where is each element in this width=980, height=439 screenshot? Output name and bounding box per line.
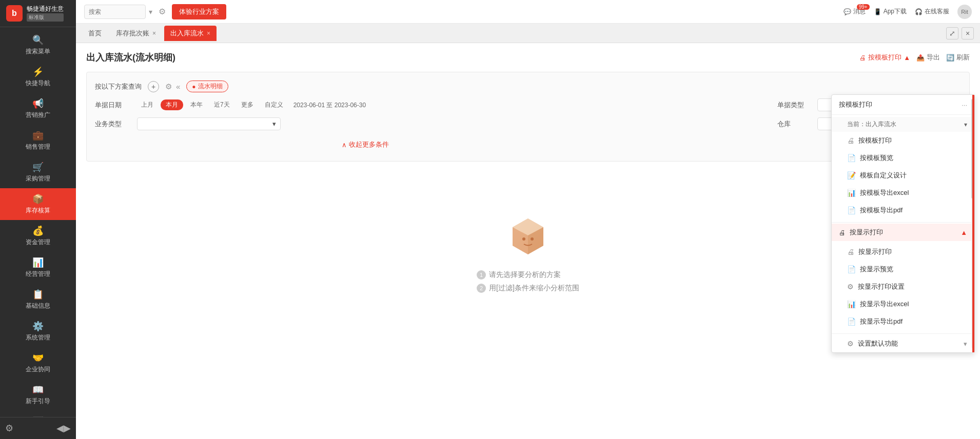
display-export-excel-icon: 📊 (847, 300, 856, 308)
dropdown-item-template-export-pdf[interactable]: 📄 按模板导出pdf (832, 202, 974, 219)
display-preview-icon: 📄 (847, 265, 856, 273)
online-support-btn[interactable]: 🎧 在线客服 (915, 7, 949, 16)
topbar-search-area: ▾ (84, 5, 152, 19)
sidebar-item-label: 采购管理 (26, 174, 50, 183)
tab-home[interactable]: 首页 (82, 26, 108, 41)
date-shortcut-this-month[interactable]: 本月 (161, 99, 183, 110)
beginner-icon: 📖 (32, 384, 44, 395)
industry-btn[interactable]: 体验行业方案 (172, 4, 226, 19)
purchase-icon: 🛒 (32, 162, 44, 173)
dropdown-item-template-print[interactable]: 🖨 按模板打印 (832, 132, 974, 149)
date-shortcut-last-7days[interactable]: 近7天 (210, 99, 234, 110)
print-dropdown-arrow: ▲ (904, 54, 910, 62)
dropdown-item-display-print-settings[interactable]: ⚙ 按显示打印设置 (832, 278, 974, 295)
default-function-icon: ⚙ (847, 340, 854, 348)
date-shortcut-custom[interactable]: 自定义 (261, 99, 287, 110)
sidebar-item-purchase[interactable]: 🛒 采购管理 (0, 156, 76, 188)
tabs-right-controls: ⤢ × (946, 27, 974, 39)
dropdown-item-template-preview[interactable]: 📄 按模板预览 (832, 149, 974, 167)
tip-text-2: 用[过滤]条件来缩小分析范围 (489, 284, 579, 293)
sidebar-item-finance[interactable]: 💰 资金管理 (0, 220, 76, 252)
sidebar-nav: 🔍 搜索菜单 ⚡ 快捷导航 📢 营销推广 💼 销售管理 🛒 采购管理 📦 库存核… (0, 27, 76, 417)
dropdown-item-display-preview[interactable]: 📄 按显示预览 (832, 261, 974, 278)
sidebar-item-app-center[interactable]: 🔲 应用中心 (0, 411, 76, 417)
tip-num-1: 1 (477, 270, 486, 280)
app-download-btn[interactable]: 📱 App下载 (874, 7, 907, 16)
collapse-sidebar-icon[interactable]: ◀▶ (56, 423, 71, 434)
user-avatar[interactable]: Rit (957, 5, 972, 19)
print-dropdown: 按模板打印 ··· 当前：出入库流水 ▾ 🖨 按模板打印 📄 按模板预览 (831, 94, 975, 353)
tab-batch-account[interactable]: 库存批次账 × (110, 26, 162, 41)
tab-inout-flow-close[interactable]: × (207, 30, 210, 37)
date-shortcuts: 上月 本月 本年 近7天 更多 自定义 (137, 99, 287, 110)
dropdown-item-display-export-pdf[interactable]: 📄 按显示导出pdf (832, 313, 974, 330)
print-template-btn[interactable]: 🖨 按模板打印 ▲ (859, 53, 910, 62)
filter-add-btn[interactable]: + (148, 81, 159, 92)
sidebar-item-inventory[interactable]: 📦 库存核算 (0, 188, 76, 220)
search-input[interactable] (84, 5, 146, 19)
collapse-btn[interactable]: ∧ 收起更多条件 (342, 140, 389, 149)
dropdown-item-display-print[interactable]: 🖨 按显示打印 (832, 243, 974, 261)
date-shortcut-last-month[interactable]: 上月 (137, 99, 158, 110)
filter-settings-icon[interactable]: ⚙ (165, 82, 172, 91)
sidebar: b 畅捷通好生意 标准版 🔍 搜索菜单 ⚡ 快捷导航 📢 营销推广 💼 销售管理… (0, 0, 76, 439)
topbar-gear-icon[interactable]: ⚙ (159, 7, 166, 16)
marketing-icon: 📢 (32, 98, 44, 109)
sidebar-item-beginner[interactable]: 📖 新手引导 (0, 379, 76, 411)
tab-inout-flow-label: 出入库流水 (170, 29, 204, 38)
settings-icon[interactable]: ⚙ (5, 423, 13, 434)
sidebar-item-enterprise-coop[interactable]: 🤝 企业协同 (0, 347, 76, 379)
message-btn[interactable]: 💬 消息 99+ (844, 7, 866, 16)
export-btn[interactable]: 📤 导出 (916, 53, 940, 62)
topbar-dropdown-arrow[interactable]: ▾ (149, 8, 152, 16)
current-dropdown-arrow[interactable]: ▾ (964, 121, 967, 128)
ops-icon: 📊 (32, 257, 44, 268)
sidebar-item-label: 搜索菜单 (26, 47, 50, 56)
sidebar-item-search-menu[interactable]: 🔍 搜索菜单 (0, 29, 76, 61)
quick-nav-icon: ⚡ (32, 66, 44, 77)
svg-point-5 (531, 237, 534, 241)
printer-icon: 🖨 (859, 54, 866, 62)
svg-point-4 (522, 237, 525, 241)
message-badge: 99+ (857, 4, 870, 10)
dropdown-item-template-custom[interactable]: 📝 模板自定义设计 (832, 167, 974, 184)
sidebar-item-quick-nav[interactable]: ⚡ 快捷导航 (0, 61, 76, 93)
dropdown-more-icon[interactable]: ··· (962, 101, 967, 109)
sidebar-item-label: 企业协同 (26, 365, 50, 374)
maximize-tab-btn[interactable]: ⤢ (946, 27, 958, 39)
display-section-header[interactable]: 🖨 按显示打印 ▲ (832, 224, 974, 241)
dropdown-item-default-function[interactable]: ⚙ 设置默认功能 ▾ (832, 335, 974, 352)
filter-tag-active[interactable]: ● 流水明细 (186, 81, 228, 92)
filter-collapse-icon[interactable]: « (176, 82, 180, 91)
export-label: 导出 (927, 53, 940, 62)
date-shortcut-more[interactable]: 更多 (237, 99, 258, 110)
date-range: 2023-06-01 至 2023-06-30 (293, 101, 366, 110)
dropdown-item-display-export-excel[interactable]: 📊 按显示导出excel (832, 295, 974, 313)
business-type-select[interactable]: ▾ (137, 117, 281, 130)
resize-handle[interactable] (972, 95, 974, 352)
current-label: 当前：出入库流水 (847, 120, 896, 129)
dropdown-item-template-export-excel[interactable]: 📊 按模板导出excel (832, 184, 974, 202)
tab-batch-account-close[interactable]: × (152, 30, 156, 37)
basic-info-icon: 📋 (32, 289, 44, 300)
template-custom-icon: 📝 (847, 171, 856, 179)
refresh-btn[interactable]: 🔄 刷新 (946, 53, 970, 62)
search-menu-icon: 🔍 (32, 34, 44, 46)
sidebar-item-label: 资金管理 (26, 238, 50, 247)
sidebar-item-marketing[interactable]: 📢 营销推广 (0, 93, 76, 125)
sidebar-item-label: 基础信息 (26, 302, 50, 310)
app-logo: b 畅捷通好生意 标准版 (0, 0, 76, 27)
template-export-excel-label: 按模板导出excel (860, 188, 909, 197)
empty-state-illustration (502, 211, 554, 262)
date-shortcut-this-year[interactable]: 本年 (186, 99, 207, 110)
sidebar-item-sales[interactable]: 💼 销售管理 (0, 125, 76, 156)
dropdown-header-icons: ··· (962, 101, 967, 109)
app-name: 畅捷通好生意 (27, 5, 64, 13)
sidebar-item-basic-info[interactable]: 📋 基础信息 (0, 284, 76, 315)
sidebar-item-sys[interactable]: ⚙️ 系统管理 (0, 315, 76, 347)
tab-inout-flow[interactable]: 出入库流水 × (164, 26, 217, 41)
message-icon: 💬 (844, 8, 851, 15)
inventory-icon: 📦 (32, 193, 44, 205)
close-tab-btn[interactable]: × (962, 27, 974, 39)
sidebar-item-ops[interactable]: 📊 经营管理 (0, 252, 76, 284)
